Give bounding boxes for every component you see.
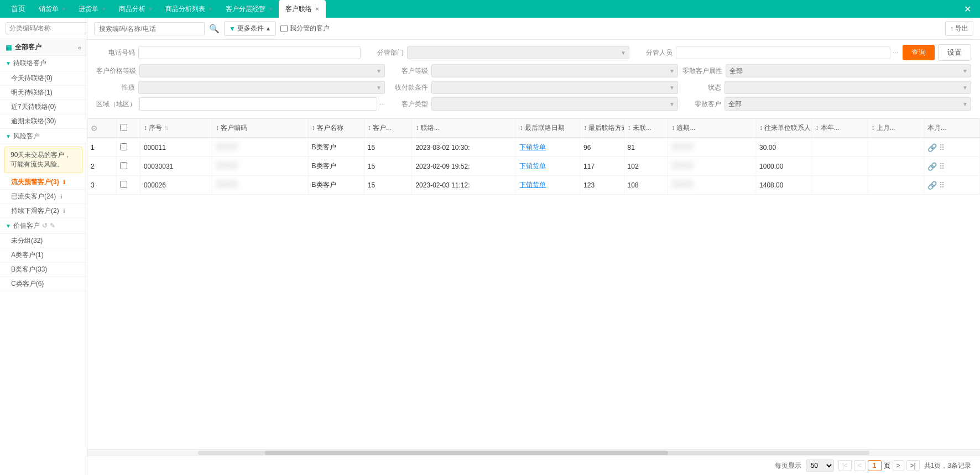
action-link-icon[interactable]: 🔗 bbox=[927, 181, 937, 190]
my-customers-checkbox-label[interactable]: 我分管的客户 bbox=[280, 24, 330, 33]
table-settings-icon[interactable]: ⚙ bbox=[91, 124, 98, 133]
row-checkbox[interactable] bbox=[120, 162, 127, 169]
filter-customer-type-select[interactable] bbox=[431, 97, 678, 111]
sidebar-item-at-risk[interactable]: 流失预警客户(3) ℹ bbox=[0, 175, 87, 190]
row-checkbox[interactable] bbox=[120, 143, 127, 150]
action-more-icon[interactable]: ⠿ bbox=[939, 162, 945, 171]
th-method[interactable]: ↕ 最后联络日期 bbox=[516, 119, 580, 138]
arrow-down-icon: ▼ bbox=[6, 60, 11, 66]
prev-page-button[interactable]: < bbox=[854, 460, 866, 471]
tab-purchase-close[interactable]: × bbox=[102, 6, 105, 12]
filter-person-dots[interactable]: ··· bbox=[893, 49, 898, 56]
th-year-amount[interactable]: ↕ 往来单位联系人 bbox=[756, 119, 812, 138]
th-code[interactable]: ↕ 序号 bbox=[140, 119, 212, 138]
action-link-icon[interactable]: 🔗 bbox=[927, 162, 937, 171]
filter-price-tier-select[interactable] bbox=[139, 64, 385, 77]
tab-analysis-close[interactable]: × bbox=[149, 6, 152, 12]
main-search-input[interactable] bbox=[94, 22, 205, 35]
filter-person-input[interactable] bbox=[676, 46, 890, 59]
filter-status-select[interactable] bbox=[724, 81, 971, 94]
refresh-icon[interactable]: ↺ bbox=[42, 222, 48, 229]
sidebar-item-declining[interactable]: 持续下滑客户(2) ℹ bbox=[0, 204, 87, 218]
tab-purchase[interactable]: 进货单 × bbox=[72, 0, 112, 18]
sidebar-item-overdue-contact[interactable]: 逾期未联络(30) bbox=[0, 114, 87, 129]
nav-home[interactable]: 首页 bbox=[4, 4, 32, 14]
tab-customer-link-close[interactable]: × bbox=[315, 6, 319, 12]
filter-zero-attr-select[interactable]: 全部 bbox=[726, 64, 971, 77]
th-date[interactable]: ↕ 联络... bbox=[412, 119, 516, 138]
last-page-button[interactable]: >| bbox=[906, 460, 920, 471]
tab-customer-tier[interactable]: 客户分层经营 × bbox=[219, 0, 279, 18]
th-uncontacted[interactable]: ↕ 最后联络方式 bbox=[580, 119, 624, 138]
sidebar-item-week[interactable]: 近7天待联络(0) bbox=[0, 100, 87, 114]
sidebar-item-unclassified[interactable]: 未分组(32) bbox=[0, 234, 87, 248]
sidebar-group-pending[interactable]: ▼ 待联络客户 bbox=[0, 56, 87, 71]
cell-method[interactable]: 下销货单 bbox=[516, 157, 580, 176]
cell-check[interactable] bbox=[116, 138, 140, 157]
cell-method[interactable]: 下销货单 bbox=[516, 176, 580, 195]
cell-check[interactable] bbox=[116, 176, 140, 195]
sidebar-collapse-icon[interactable]: « bbox=[78, 44, 81, 51]
th-last-month[interactable]: ↕ 本年... bbox=[812, 119, 868, 138]
scroll-thumb[interactable] bbox=[265, 451, 668, 455]
settings-button[interactable]: 设置 bbox=[938, 44, 971, 61]
my-customers-checkbox[interactable] bbox=[280, 25, 288, 32]
export-button[interactable]: ↑ 导出 bbox=[945, 21, 973, 36]
filter-dept-select[interactable] bbox=[407, 46, 629, 59]
horizontal-scrollbar[interactable] bbox=[87, 449, 980, 456]
sidebar-item-class-b[interactable]: B类客户(33) bbox=[0, 263, 87, 277]
tab-sales[interactable]: 销货单 × bbox=[32, 0, 72, 18]
per-page-select[interactable]: 20 50 100 bbox=[806, 460, 834, 472]
cell-overdue: 81 bbox=[624, 138, 668, 157]
cell-check[interactable] bbox=[116, 157, 140, 176]
filter-customer-tier-select[interactable] bbox=[431, 64, 678, 77]
th-overdue[interactable]: ↕ 未联... bbox=[624, 119, 668, 138]
info-icon: ℹ bbox=[63, 179, 65, 185]
th-settings[interactable]: ⚙ bbox=[87, 119, 116, 138]
filter-region-input[interactable] bbox=[139, 97, 377, 111]
more-conditions-button[interactable]: ▼ 更多条件 ▲ bbox=[224, 21, 276, 36]
th-this-month[interactable]: ↕ 上月... bbox=[868, 119, 924, 138]
row-checkbox[interactable] bbox=[120, 181, 127, 188]
sidebar-item-lost[interactable]: 已流失客户(24) ℹ bbox=[0, 190, 87, 204]
action-link-icon[interactable]: 🔗 bbox=[927, 143, 937, 152]
filter-nature-select[interactable] bbox=[138, 81, 385, 94]
filter-phone-input[interactable] bbox=[138, 46, 361, 59]
window-close-button[interactable]: ✕ bbox=[960, 4, 976, 14]
filter-region-dots[interactable]: ··· bbox=[379, 100, 385, 108]
sidebar-search-input[interactable] bbox=[6, 22, 87, 34]
tab-analysis[interactable]: 商品分析 × bbox=[112, 0, 159, 18]
cell-uncontacted: 96 bbox=[580, 138, 624, 157]
sidebar-item-tomorrow[interactable]: 明天待联络(1) bbox=[0, 86, 87, 100]
next-page-button[interactable]: > bbox=[893, 460, 904, 471]
filter-payment-select[interactable] bbox=[431, 81, 678, 94]
tab-customer-tier-close[interactable]: × bbox=[269, 6, 272, 12]
th-contact[interactable]: ↕ 客户... bbox=[364, 119, 412, 138]
main-search-button[interactable]: 🔍 bbox=[209, 24, 220, 34]
filter-zero-customer-select[interactable]: 全部 bbox=[724, 97, 971, 111]
th-company-contact-sort-icon: ↕ bbox=[671, 124, 675, 132]
sidebar-group-value[interactable]: ▼ 价值客户 ↺ ✎ bbox=[0, 218, 87, 234]
edit-icon[interactable]: ✎ bbox=[50, 222, 55, 229]
sidebar-group-risk[interactable]: ▼ 风险客户 bbox=[0, 129, 87, 144]
tab-customer-link[interactable]: 客户联络 × bbox=[279, 0, 325, 18]
th-company-contact[interactable]: ↕ 逾期... bbox=[668, 119, 756, 138]
action-more-icon[interactable]: ⠿ bbox=[939, 181, 945, 190]
cell-num: 3 bbox=[87, 176, 116, 195]
tab-sales-close[interactable]: × bbox=[62, 6, 65, 12]
tab-analysis-list-close[interactable]: × bbox=[208, 6, 212, 12]
sidebar-item-class-a[interactable]: A类客户(1) bbox=[0, 248, 87, 263]
sidebar-item-class-c[interactable]: C类客户(6) bbox=[0, 277, 87, 291]
select-all-checkbox[interactable] bbox=[120, 124, 127, 131]
th-type[interactable]: ↕ 客户名称 bbox=[308, 119, 364, 138]
tab-analysis-list[interactable]: 商品分析列表 × bbox=[159, 0, 218, 18]
th-name[interactable]: ↕ 客户编码 bbox=[212, 119, 308, 138]
query-button[interactable]: 查询 bbox=[903, 45, 935, 60]
sidebar-all-customers[interactable]: ▦ 全部客户 « bbox=[0, 39, 87, 56]
cell-year-amount: 1408.00 bbox=[756, 176, 812, 195]
th-check[interactable] bbox=[116, 119, 140, 138]
cell-method[interactable]: 下销货单 bbox=[516, 138, 580, 157]
sidebar-item-today[interactable]: 今天待联络(0) bbox=[0, 71, 87, 86]
action-more-icon[interactable]: ⠿ bbox=[939, 143, 945, 152]
first-page-button[interactable]: |< bbox=[838, 460, 852, 471]
